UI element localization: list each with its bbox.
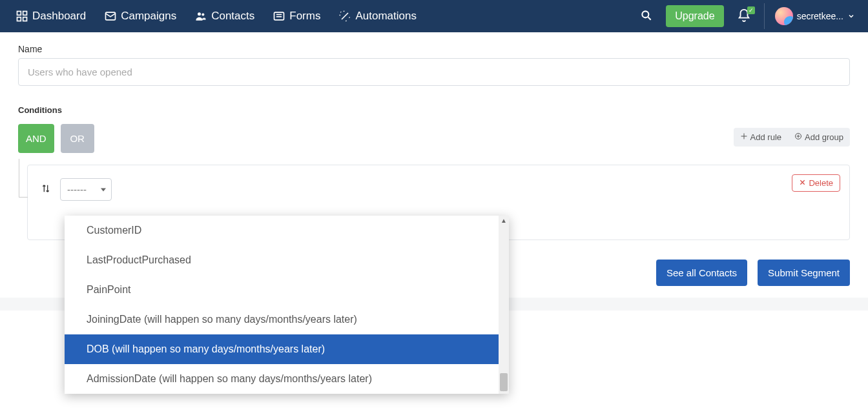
svg-point-5 (198, 12, 201, 15)
add-group-label: Add group (805, 132, 843, 142)
nav-automations[interactable]: Automations (329, 0, 426, 32)
field-select[interactable]: ------ (60, 178, 112, 201)
nav-label: Dashboard (32, 10, 86, 23)
upgrade-button[interactable]: Upgrade (666, 5, 723, 27)
user-menu[interactable]: secretkee... (769, 7, 862, 25)
dropdown-option[interactable]: JoiningDate (will happen so many days/mo… (65, 305, 509, 334)
add-rule-button[interactable]: Add rule (734, 128, 788, 147)
dropdown-option-highlighted[interactable]: DOB (will happen so many days/months/yea… (65, 334, 509, 364)
scroll-up-icon[interactable]: ▲ (501, 216, 507, 225)
wand-icon (338, 10, 351, 23)
svg-point-6 (202, 13, 204, 15)
plus-circle-icon (794, 132, 802, 142)
nav-label: Forms (289, 10, 320, 23)
svg-rect-2 (23, 17, 27, 21)
people-icon (194, 10, 207, 23)
plus-icon (740, 132, 748, 142)
divider (764, 3, 765, 29)
dropdown-option[interactable]: LastProductPurchased (65, 245, 509, 275)
navbar: Dashboard Campaigns Contacts Forms Autom… (0, 0, 868, 32)
username-label: secretkee... (797, 11, 843, 21)
scroll-thumb[interactable] (500, 373, 508, 391)
svg-rect-3 (17, 17, 21, 21)
see-all-contacts-button[interactable]: See all Contacts (656, 260, 747, 286)
field-dropdown: CustomerID LastProductPurchased PainPoin… (65, 216, 509, 394)
nav-label: Contacts (211, 10, 254, 23)
form-icon (273, 10, 285, 23)
submit-segment-button[interactable]: Submit Segment (758, 260, 850, 286)
avatar (775, 7, 793, 25)
close-icon (799, 178, 806, 188)
svg-rect-0 (17, 12, 21, 15)
nav-dashboard[interactable]: Dashboard (6, 0, 95, 32)
dropdown-option[interactable]: PainPoint (65, 275, 509, 305)
search-icon (640, 9, 653, 24)
caret-down-icon (101, 188, 106, 191)
svg-rect-1 (23, 12, 27, 15)
add-rule-label: Add rule (750, 132, 781, 142)
and-toggle[interactable]: AND (18, 124, 54, 153)
dropdown-scrollbar[interactable]: ▲ ▼ (499, 216, 509, 394)
nav-forms[interactable]: Forms (264, 0, 329, 32)
dropdown-option[interactable]: CustomerID (65, 216, 509, 245)
notifications-button[interactable]: ✓ (728, 0, 760, 32)
add-group-button[interactable]: Add group (788, 128, 850, 147)
check-badge-icon: ✓ (747, 6, 755, 14)
nav-label: Automations (355, 10, 417, 23)
boolean-toggle-group: AND OR (18, 124, 850, 153)
or-toggle[interactable]: OR (61, 124, 94, 153)
nav-label: Campaigns (121, 10, 176, 23)
svg-point-10 (643, 11, 649, 17)
svg-line-11 (648, 17, 651, 19)
nav-campaigns[interactable]: Campaigns (95, 0, 185, 32)
nav-contacts[interactable]: Contacts (185, 0, 264, 32)
select-value: ------ (67, 184, 87, 195)
chevron-down-icon (847, 12, 855, 20)
conditions-label: Conditions (18, 105, 850, 115)
dashboard-icon (16, 10, 28, 23)
name-label: Name (18, 44, 850, 54)
name-input[interactable] (18, 58, 850, 86)
dropdown-option[interactable]: AdmissionDate (will happen so many days/… (65, 364, 509, 394)
delete-label: Delete (809, 178, 833, 188)
delete-rule-button[interactable]: Delete (792, 174, 840, 192)
mail-icon (104, 10, 117, 23)
drag-handle-icon[interactable] (38, 183, 54, 196)
search-button[interactable] (631, 0, 662, 32)
tree-connector (19, 159, 28, 198)
